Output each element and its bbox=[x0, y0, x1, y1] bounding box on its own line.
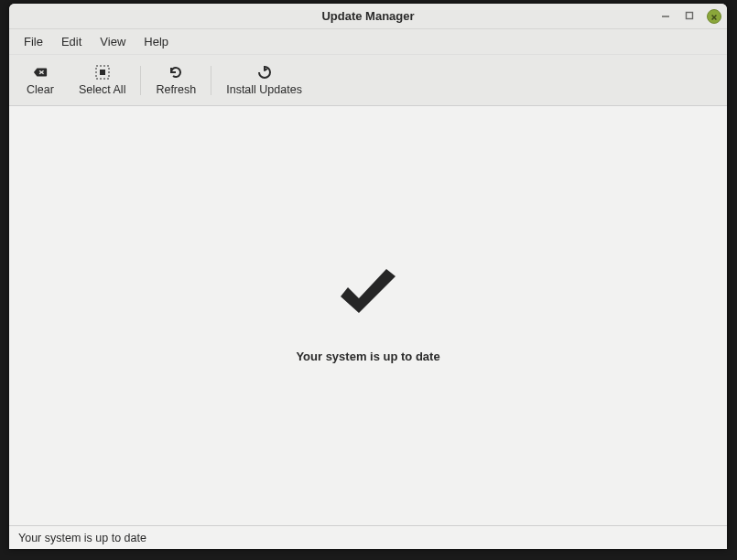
maximize-icon bbox=[685, 11, 694, 22]
status-text: Your system is up to date bbox=[18, 532, 146, 544]
maximize-button[interactable] bbox=[683, 10, 696, 23]
refresh-button[interactable]: Refresh bbox=[145, 61, 207, 100]
select-all-icon bbox=[95, 65, 110, 80]
toolbar: Clear Select All Refresh bbox=[9, 55, 727, 106]
titlebar[interactable]: Update Manager bbox=[9, 4, 727, 29]
menu-edit[interactable]: Edit bbox=[52, 31, 91, 52]
update-manager-window: Update Manager File Edit View Help bbox=[9, 4, 727, 549]
up-to-date-message: Your system is up to date bbox=[296, 350, 439, 363]
minimize-icon bbox=[661, 11, 670, 22]
toolbar-separator bbox=[140, 66, 141, 95]
main-content: Your system is up to date bbox=[9, 106, 727, 525]
clear-label: Clear bbox=[27, 83, 54, 96]
install-updates-button[interactable]: Install Updates bbox=[215, 61, 313, 100]
install-updates-icon bbox=[257, 65, 272, 80]
checkmark-icon bbox=[335, 269, 401, 324]
clear-icon bbox=[33, 65, 48, 80]
install-updates-label: Install Updates bbox=[226, 83, 302, 96]
select-all-label: Select All bbox=[79, 83, 125, 96]
select-all-button[interactable]: Select All bbox=[68, 61, 136, 100]
refresh-label: Refresh bbox=[156, 83, 196, 96]
svg-rect-1 bbox=[687, 12, 693, 18]
window-title: Update Manager bbox=[321, 9, 414, 23]
menubar: File Edit View Help bbox=[9, 29, 727, 55]
window-controls bbox=[659, 4, 721, 28]
menu-view[interactable]: View bbox=[91, 31, 135, 52]
minimize-button[interactable] bbox=[659, 10, 672, 23]
refresh-icon bbox=[168, 65, 183, 80]
svg-rect-7 bbox=[100, 70, 105, 75]
menu-help[interactable]: Help bbox=[135, 31, 178, 52]
menu-file[interactable]: File bbox=[15, 31, 52, 52]
clear-button[interactable]: Clear bbox=[13, 61, 68, 100]
statusbar: Your system is up to date bbox=[9, 525, 727, 549]
toolbar-separator bbox=[211, 66, 211, 95]
close-button[interactable] bbox=[707, 9, 721, 24]
close-icon bbox=[710, 8, 718, 25]
